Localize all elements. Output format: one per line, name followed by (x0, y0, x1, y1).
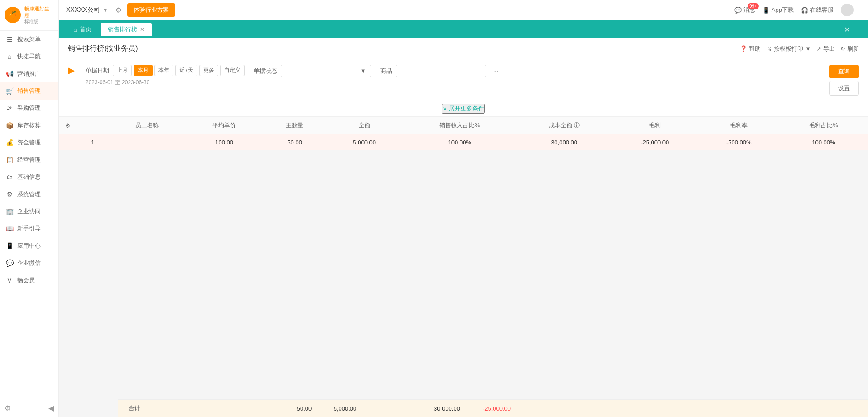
sidebar-item-enterprise[interactable]: 🏢 企业协同 (0, 203, 58, 220)
data-table: ⚙ 员工名称 平均单价 主数量 全额 销售收入占比% 成本全额 ⓘ 毛利 毛利率… (59, 117, 868, 151)
maximize-icon[interactable]: ⛶ (854, 25, 861, 34)
sidebar-item-purchase[interactable]: 🛍 采购管理 (0, 100, 58, 117)
expand-row: ∨ 展开更多条件 (59, 101, 868, 117)
th-rank (77, 117, 109, 134)
nav-icon-quick-nav: ⌂ (5, 53, 14, 61)
print-btn[interactable]: 🖨 按模板打印 ▼ (766, 45, 811, 53)
date-this-year-btn[interactable]: 本年 (154, 65, 173, 76)
th-gross-rate: 毛利率 (699, 117, 779, 134)
collapse-toggle-icon[interactable]: ▶ (68, 65, 75, 76)
refresh-label: 刷新 (847, 45, 859, 53)
avatar[interactable] (841, 4, 854, 16)
date-last-7-btn[interactable]: 近7天 (175, 65, 197, 76)
tab-sales-rank[interactable]: 销售排行榜 ✕ (101, 23, 152, 36)
top-header: XXXXX公司 ▼ ⚙ 体验行业方案 💬 消息 99+ 📱 App下载 🎧 在线… (59, 0, 868, 20)
sidebar-item-search-order[interactable]: ☰ 搜索菜单 (0, 31, 58, 48)
nav-icon-marketing: 📢 (5, 70, 14, 78)
page-title: 销售排行榜(按业务员) (68, 44, 138, 53)
sidebar-item-operation[interactable]: 📋 经营管理 (0, 151, 58, 168)
sidebar-item-wechat[interactable]: 💬 企业微信 (0, 254, 58, 272)
th-avg-price: 平均单价 (186, 117, 263, 134)
sidebar-item-quick-nav[interactable]: ⌂ 快捷导航 (0, 48, 58, 65)
tab-sales-rank-label: 销售排行榜 (108, 25, 137, 34)
sidebar-item-finance[interactable]: 💰 资金管理 (0, 134, 58, 151)
goods-input[interactable] (396, 65, 486, 77)
tab-close-icon[interactable]: ✕ (140, 26, 144, 33)
settings-btn[interactable]: 设置 (829, 81, 859, 96)
collapse-icon[interactable]: ◀ (48, 404, 54, 412)
footer-gross: -25,000.00 (472, 405, 522, 412)
help-btn[interactable]: ❓ 帮助 (740, 45, 761, 53)
app-download-btn[interactable]: 📱 App下载 (762, 6, 794, 14)
status-select[interactable]: ▼ (281, 65, 371, 77)
footer-amount: 5,000.00 (322, 405, 368, 412)
sidebar-item-system[interactable]: ⚙ 系统管理 (0, 186, 58, 203)
nav-label-newbie: 新手引导 (17, 225, 41, 233)
cell-gross-rate-0: -500.00% (699, 134, 779, 151)
sidebar-item-inventory[interactable]: 📦 库存核算 (0, 117, 58, 134)
logo-name: 畅康通好生意 (24, 5, 54, 19)
nav-icon-purchase: 🛍 (5, 104, 14, 112)
export-btn[interactable]: ↗ 导出 (816, 45, 835, 53)
date-filter-label: 单据日期 (86, 67, 109, 75)
close-window-icon[interactable]: ✕ (844, 25, 850, 34)
date-this-month-btn[interactable]: 本月 (134, 65, 153, 76)
print-icon: 🖨 (766, 45, 772, 52)
sidebar: 🍊 畅康通好生意 标准版 ☰ 搜索菜单 ⌂ 快捷导航 📢 营销推广 🛒 销售管理… (0, 0, 59, 417)
page-header: 销售排行榜(按业务员) ❓ 帮助 🖨 按模板打印 ▼ ↗ 导出 (59, 38, 868, 59)
nav-label-finance: 资金管理 (17, 139, 41, 147)
date-buttons: 上月 本月 本年 近7天 更多 自定义 (113, 65, 245, 76)
help-label: 帮助 (749, 45, 761, 53)
nav-icon-base: 🗂 (5, 173, 14, 181)
message-btn[interactable]: 💬 消息 99+ (734, 6, 755, 14)
mobile-icon: 📱 (762, 7, 770, 14)
try-btn[interactable]: 体验行业方案 (127, 3, 175, 17)
export-label: 导出 (823, 45, 835, 53)
sidebar-footer: ⚙ ◀ (0, 399, 58, 417)
sidebar-item-member[interactable]: V 畅会员 (0, 272, 58, 289)
th-name: 员工名称 (109, 117, 186, 134)
nav-icon-wechat: 💬 (5, 259, 14, 267)
company-settings-icon[interactable]: ⚙ (115, 6, 122, 14)
logo-icon: 🍊 (5, 7, 21, 23)
goods-more-icon[interactable]: ··· (494, 67, 499, 74)
sidebar-item-base[interactable]: 🗂 基础信息 (0, 168, 58, 186)
nav-label-member: 畅会员 (17, 276, 35, 284)
online-service-label: 在线客服 (810, 6, 834, 14)
sidebar-item-sales[interactable]: 🛒 销售管理 (0, 82, 58, 100)
table-row[interactable]: 1 100.00 50.00 5,000.00 100.00% 30,000.0… (59, 134, 868, 151)
expand-btn[interactable]: ∨ 展开更多条件 (442, 104, 485, 114)
th-amount: 全额 (326, 117, 402, 134)
query-btn[interactable]: 查询 (829, 65, 859, 78)
cell-amount-0: 5,000.00 (326, 134, 402, 151)
sidebar-item-newbie[interactable]: 📖 新手引导 (0, 220, 58, 237)
page-body: 销售排行榜(按业务员) ❓ 帮助 🖨 按模板打印 ▼ ↗ 导出 (59, 38, 868, 417)
sidebar-nav: ☰ 搜索菜单 ⌂ 快捷导航 📢 营销推广 🛒 销售管理 🛍 采购管理 📦 库存核… (0, 31, 58, 399)
settings-icon[interactable]: ⚙ (5, 404, 11, 412)
page-actions: ❓ 帮助 🖨 按模板打印 ▼ ↗ 导出 ↻ 刷新 (740, 45, 859, 53)
nav-icon-operation: 📋 (5, 156, 14, 164)
table-body: 1 100.00 50.00 5,000.00 100.00% 30,000.0… (59, 134, 868, 151)
company-selector[interactable]: XXXXX公司 ▼ (66, 6, 108, 14)
date-last-month-btn[interactable]: 上月 (113, 65, 132, 76)
sidebar-item-marketing[interactable]: 📢 营销推广 (0, 65, 58, 82)
cell-cost-0: 30,000.00 (517, 134, 611, 151)
cell-name-0 (109, 134, 186, 151)
logo-sub: 标准版 (24, 19, 54, 25)
cell-avg-price-0: 100.00 (186, 134, 263, 151)
nav-label-marketing: 营销推广 (17, 70, 41, 78)
help-icon: ❓ (740, 45, 747, 52)
date-more-btn[interactable]: 更多 (199, 65, 218, 76)
cell-settings-0 (59, 134, 77, 151)
query-buttons: 查询 设置 (829, 65, 859, 96)
th-settings[interactable]: ⚙ (59, 117, 77, 134)
nav-label-appstore: 应用中心 (17, 242, 41, 250)
sidebar-item-appstore[interactable]: 📱 应用中心 (0, 237, 58, 254)
refresh-btn[interactable]: ↻ 刷新 (840, 45, 859, 53)
nav-icon-search-order: ☰ (5, 35, 14, 43)
date-custom-btn[interactable]: 自定义 (220, 65, 245, 76)
print-dropdown-icon: ▼ (805, 45, 811, 52)
footer-label: 合计 (123, 404, 250, 412)
tab-home[interactable]: ⌂ 首页 (66, 23, 99, 36)
online-service-btn[interactable]: 🎧 在线客服 (801, 6, 834, 14)
